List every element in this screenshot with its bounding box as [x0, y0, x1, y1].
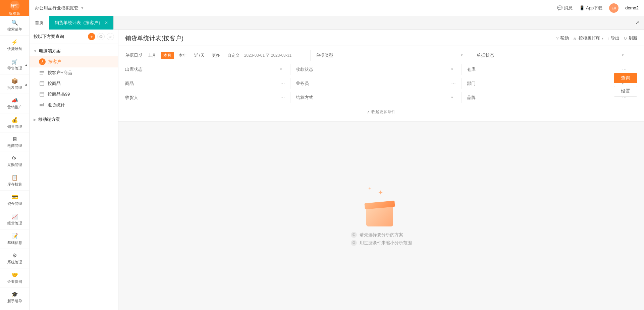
sidebar-item-appcenter[interactable]: 📱 应用中心 [0, 307, 29, 310]
sidebar-item-sales[interactable]: 💰 销售管理 [0, 113, 29, 133]
filter-date: 单据日期 上月 本月 本年 近7天 更多 自定义 2023-03-01 至 20… [125, 50, 311, 61]
sidebar-label-finance: 资金管理 [7, 201, 22, 206]
avatar-text: Ea [612, 6, 616, 10]
message-button[interactable]: 💬 消息 [557, 5, 573, 11]
filter-row-3: 商品 ··· 业务员 ··· 部门 [125, 78, 637, 89]
edit-scheme-button[interactable]: ⚙ [97, 33, 105, 40]
collapse-icon: ∧ [367, 110, 370, 114]
tab-sales-stats[interactable]: 销货单统计表（按客户） ✕ [49, 16, 114, 30]
sidebar-item-quicknav[interactable]: ⚡ 快捷导航 [0, 36, 29, 55]
department-select[interactable]: ▾ [487, 80, 627, 87]
scheme-group-mobile-header[interactable]: ▶ 移动端方案 [30, 114, 118, 124]
page-header: 销货单统计表(按客户) ? 帮助 🖨 按模板打印 ▾ ↑ 导出 [118, 30, 644, 46]
goods-dots[interactable]: ··· [145, 81, 285, 87]
sidebar-item-basic[interactable]: 📝 基础信息 [0, 229, 29, 249]
scheme-item-by-customer[interactable]: 人 按客户 [30, 56, 118, 67]
brand-dots[interactable]: ··· [487, 95, 627, 101]
date-range: 2023-03-01 至 2023-03-31 [244, 53, 291, 58]
scheme-item-return-stats[interactable]: 退货统计 [30, 100, 118, 110]
hint-2-text: 用过滤条件来缩小分析范围 [360, 240, 412, 246]
scheme-panel-header: 按以下方案查询 + ⚙ « [30, 30, 118, 44]
filter-brand: 品牌 ··· [467, 92, 632, 103]
empty-state: ✦ ✦ ① 请先选择要分析的方案 ② 用过滤条件来缩小分析范围 [118, 122, 644, 310]
sidebar-item-wholesale[interactable]: 📦 批发管理 ▲ [0, 74, 29, 94]
refresh-button[interactable]: ↻ 刷新 [624, 35, 637, 41]
add-scheme-button[interactable]: + [88, 33, 95, 40]
date-btn-last-month[interactable]: 上月 [145, 52, 159, 59]
sidebar-item-enterprise[interactable]: 🤝 企业协同 [0, 268, 29, 288]
scheme-item-by-customer-icon: 人 [39, 58, 46, 65]
sidebar-item-operations[interactable]: 📈 经营管理 [0, 210, 29, 229]
sidebar-item-system[interactable]: ⚙ 系统管理 [0, 249, 29, 268]
sidebar-item-inventory[interactable]: 📋 库存核算 [0, 171, 29, 191]
date-btn-this-month[interactable]: 本月 [161, 52, 174, 59]
tab-expand-icon: ⤢ [636, 20, 639, 25]
scheme-item-by-goods[interactable]: 按商品 [30, 78, 118, 89]
sidebar-item-finance[interactable]: 💳 资金管理 [0, 191, 29, 210]
scheme-item-by-customer-label: 按客户 [48, 59, 61, 65]
svg-rect-6 [40, 92, 44, 96]
print-button[interactable]: 🖨 按模板打印 ▾ [573, 35, 603, 41]
date-btn-more[interactable]: 更多 [209, 52, 223, 59]
filter-order-status: 单据状态 ▾ [477, 50, 632, 61]
svg-rect-8 [41, 104, 43, 106]
tab-close-icon[interactable]: ✕ [105, 20, 108, 25]
date-btn-custom[interactable]: 自定义 [225, 52, 242, 59]
sidebar-item-retail[interactable]: 🛒 零售管理 ▲ [0, 55, 29, 74]
scheme-item-return-stats-label: 退货统计 [48, 102, 65, 108]
sidebar-item-marketing[interactable]: 📣 营销推广 [0, 94, 29, 113]
tab-home[interactable]: 首页 [30, 16, 49, 30]
sidebar-item-newbie[interactable]: 🎓 新手引导 [0, 288, 29, 307]
settings-button[interactable]: 设置 [614, 86, 637, 97]
query-button[interactable]: 查询 [614, 73, 637, 83]
sidebar-label-newbie: 新手引导 [7, 299, 22, 304]
scheme-item-by-customer-goods[interactable]: 按客户+商品 [30, 67, 118, 78]
sidebar-item-purchase[interactable]: 🛍 采购管理 [0, 152, 29, 171]
salesperson-dots[interactable]: ··· [316, 81, 455, 87]
help-button[interactable]: ? 帮助 [556, 35, 569, 41]
scheme-item-by-goods-99[interactable]: 按商品品99 [30, 89, 118, 100]
settle-method-select[interactable]: ▾ [316, 94, 455, 101]
tab-expand-button[interactable]: ⤢ [631, 16, 644, 30]
out-status-dropdown-icon: ▾ [280, 67, 282, 71]
app-download-button[interactable]: 📱 App下载 [579, 5, 602, 11]
scheme-panel: 按以下方案查询 + ⚙ « ▼ 电脑端方案 人 按客户 [30, 30, 118, 310]
collapse-scheme-panel-button[interactable]: « [107, 33, 114, 40]
receiver-dots[interactable]: ··· [145, 95, 285, 101]
app-version: 标准版 [9, 11, 20, 16]
filter-salesperson: 业务员 ··· [296, 78, 461, 89]
scheme-item-by-goods-icon [39, 81, 45, 87]
collect-status-select[interactable]: ▾ [316, 66, 455, 73]
out-status-select[interactable]: ▾ [145, 66, 285, 73]
order-status-label: 单据状态 [477, 52, 497, 58]
scheme-item-return-stats-icon [39, 102, 45, 108]
scheme-panel-title: 按以下方案查询 [34, 34, 64, 40]
filter-settle-method: 结算方式 ▾ [296, 92, 461, 103]
scheme-item-by-goods-99-label: 按商品品99 [48, 91, 70, 97]
order-status-dropdown-icon: ▾ [622, 53, 624, 57]
sidebar-item-ecommerce[interactable]: 🖥 电商管理 [0, 133, 29, 152]
avatar[interactable]: Ea [609, 3, 619, 13]
topbar-right: 💬 消息 📱 App下载 Ea demo2 [557, 3, 639, 13]
hint-num-1: ① [351, 232, 357, 238]
svg-rect-4 [40, 74, 43, 74]
sidebar-item-search[interactable]: 🔍 搜索菜单 [0, 16, 29, 36]
date-btn-this-year[interactable]: 本年 [176, 52, 190, 59]
warehouse-dots[interactable]: ··· [487, 66, 627, 72]
username: demo2 [625, 5, 639, 10]
collapse-filters-button[interactable]: ∧ 收起更多条件 [125, 106, 637, 117]
topbar-dropdown-icon[interactable]: ▾ [81, 5, 84, 10]
sidebar-nav: 🔍 搜索菜单 ⚡ 快捷导航 🛒 零售管理 ▲ 📦 批发管理 ▲ 📣 营销推广 💰… [0, 16, 29, 310]
order-type-select[interactable]: ▾ [336, 52, 466, 59]
sidebar-icon-retail: 🛒 [11, 58, 18, 65]
brand-label: 品牌 [467, 95, 487, 101]
scheme-group-mobile-label: 移动端方案 [38, 116, 60, 122]
order-status-select[interactable]: ▾ [497, 52, 627, 59]
collapse-label: 收起更多条件 [371, 109, 395, 115]
app-download-icon: 📱 [579, 5, 585, 10]
sidebar-arrow-retail: ▲ [24, 63, 28, 66]
scheme-group-desktop-header[interactable]: ▼ 电脑端方案 [30, 46, 118, 56]
collect-status-dropdown-icon: ▾ [451, 67, 453, 71]
export-button[interactable]: ↑ 导出 [607, 35, 620, 41]
date-btn-7days[interactable]: 近7天 [192, 52, 207, 59]
